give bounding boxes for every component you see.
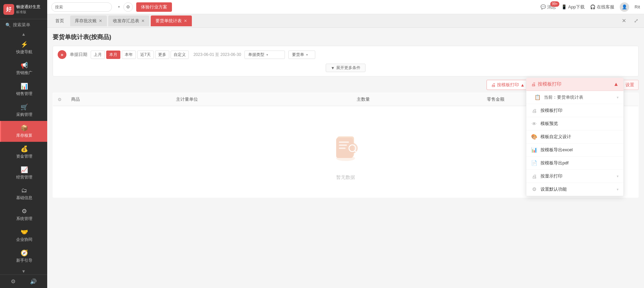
topbar-dropdown[interactable]: ▾ bbox=[115, 5, 120, 9]
template-preview-icon: 👁 bbox=[531, 121, 537, 127]
sidebar: 好 畅捷通好生意 标准版 🔍 搜索菜单 ▲ ⚡ 快捷导航 📢 营销推广 📊 销售… bbox=[0, 0, 47, 288]
online-service-btn[interactable]: 🎧 在线客服 bbox=[590, 4, 614, 10]
col-goods: 商品 bbox=[66, 93, 171, 106]
col-unit: 主计量单位 bbox=[171, 93, 352, 106]
footer-settings-icon[interactable]: ⚙ bbox=[11, 278, 16, 285]
finance-icon: 💰 bbox=[21, 145, 28, 153]
default-func-icon: ⚙ bbox=[531, 186, 537, 192]
sidebar-item-purchase[interactable]: 🛒 采购管理 bbox=[0, 100, 47, 121]
sidebar-item-base[interactable]: 🗂 基础信息 bbox=[0, 184, 47, 204]
sidebar-item-guide[interactable]: 🧭 新手引导 bbox=[0, 246, 47, 267]
dropdown-default-func[interactable]: ⚙ 设置默认功能 ▾ bbox=[526, 183, 623, 196]
filter-custom-btn[interactable]: 自定义 bbox=[171, 51, 189, 59]
sidebar-footer: ⚙ 🔊 bbox=[0, 275, 47, 288]
expand-more-btn[interactable]: ▼ 展开更多条件 bbox=[326, 64, 365, 72]
tabs-bar: 首页 库存批次账 ✕ 收发存汇总表 ✕ 要货单统计表 ✕ ✕ ⤢ bbox=[47, 14, 644, 28]
dropdown-arrow-icon: ▾ bbox=[118, 5, 120, 9]
svg-rect-4 bbox=[339, 145, 347, 146]
message-btn[interactable]: 💬 消息 99+ bbox=[540, 4, 556, 10]
sidebar-item-system[interactable]: ⚙ 系统管理 bbox=[0, 204, 47, 225]
filter-order-goods-select[interactable]: 要货单 ▾ bbox=[288, 51, 315, 59]
filter-7days-btn[interactable]: 近7天 bbox=[137, 51, 154, 59]
tabs-window-btns: ✕ ⤢ bbox=[619, 16, 641, 26]
topbar-gear-icon: ⚙ bbox=[126, 4, 130, 9]
window-close-btn[interactable]: ✕ bbox=[619, 16, 628, 26]
tab-order-stats[interactable]: 要货单统计表 ✕ bbox=[151, 15, 192, 26]
topbar-settings-btn[interactable]: ⚙ bbox=[123, 2, 133, 12]
sidebar-scroll-up[interactable]: ▲ bbox=[0, 31, 47, 37]
trial-btn[interactable]: 体验行业方案 bbox=[136, 2, 172, 12]
dropdown-template-custom[interactable]: 🎨 模板自定义设计 bbox=[526, 130, 623, 143]
tab-close-inventory-batch[interactable]: ✕ bbox=[99, 19, 102, 23]
tab-close-order-stats[interactable]: ✕ bbox=[184, 19, 187, 23]
page-content: 要货单统计表(按商品) » 单据日期 上月 本月 本年 近7天 更多 自定义 2… bbox=[47, 28, 644, 288]
window-expand-btn[interactable]: ⤢ bbox=[631, 16, 641, 26]
print-dropdown: 🖨 按模板打印 ▲ 📋 当前：要货单统计表 ▾ 🖨 按模板打印 👁 模板预览 🎨 bbox=[526, 77, 624, 196]
date-label: 单据日期 bbox=[70, 52, 87, 58]
template-excel-icon: 📊 bbox=[531, 147, 537, 153]
tab-home[interactable]: 首页 bbox=[51, 15, 69, 26]
sidebar-item-marketing[interactable]: 📢 营销推广 bbox=[0, 58, 47, 79]
footer-sound-icon[interactable]: 🔊 bbox=[30, 278, 37, 285]
sales-icon: 📊 bbox=[21, 83, 28, 90]
sidebar-item-quick-nav[interactable]: ⚡ 快捷导航 bbox=[0, 37, 47, 58]
app-logo-text: 畅捷通好生意 标准版 bbox=[16, 4, 40, 14]
col-quantity: 主数量 bbox=[352, 93, 482, 106]
filter-more-row: ▼ 展开更多条件 bbox=[58, 64, 634, 72]
filter-this-month-btn[interactable]: 本月 bbox=[106, 51, 120, 59]
quick-nav-icon: ⚡ bbox=[21, 41, 28, 48]
topbar: ▾ ⚙ 体验行业方案 💬 消息 99+ 📱 App下载 🎧 在线客服 👤 bbox=[47, 0, 644, 14]
app-download-btn[interactable]: 📱 App下载 bbox=[561, 4, 585, 10]
base-icon: 🗂 bbox=[21, 187, 27, 194]
print-template-btn[interactable]: 🖨 按模板打印 ▲ bbox=[487, 80, 529, 90]
user-avatar[interactable]: 👤 bbox=[620, 2, 629, 12]
tab-close-receipt-summary[interactable]: ✕ bbox=[141, 19, 145, 23]
filter-more-btn[interactable]: 更多 bbox=[155, 51, 169, 59]
empty-text: 暂无数据 bbox=[336, 174, 355, 181]
current-template-arrow: ▾ bbox=[617, 95, 619, 100]
sidebar-logo: 好 畅捷通好生意 标准版 bbox=[0, 0, 47, 19]
sidebar-item-sales[interactable]: 📊 销售管理 bbox=[0, 79, 47, 100]
dropdown-current-template[interactable]: 📋 当前：要货单统计表 ▾ bbox=[526, 91, 623, 104]
sidebar-scroll-down[interactable]: ▼ bbox=[0, 268, 47, 275]
search-icon: 🔍 bbox=[5, 23, 11, 28]
display-print-arrow: ▾ bbox=[617, 174, 619, 179]
dropdown-template-excel[interactable]: 📊 按模板导出excel bbox=[526, 143, 623, 157]
template-print-icon: 🖨 bbox=[531, 108, 537, 114]
filter-order-type-select[interactable]: 单据类型 ▾ bbox=[244, 51, 285, 59]
main-area: ▾ ⚙ 体验行业方案 💬 消息 99+ 📱 App下载 🎧 在线客服 👤 bbox=[47, 0, 644, 288]
dropdown-display-print[interactable]: 🖨 按显示打印 ▾ bbox=[526, 170, 623, 183]
filter-this-year-btn[interactable]: 本年 bbox=[122, 51, 136, 59]
sidebar-item-inventory[interactable]: 📦 库存核算 bbox=[0, 121, 47, 142]
tab-inventory-batch[interactable]: 库存批次账 ✕ bbox=[70, 15, 107, 26]
coop-icon: 🤝 bbox=[21, 228, 28, 236]
sidebar-nav: ⚡ 快捷导航 📢 营销推广 📊 销售管理 🛒 采购管理 📦 库存核算 💰 资金管… bbox=[0, 37, 47, 268]
sidebar-item-coop[interactable]: 🤝 企业协同 bbox=[0, 225, 47, 246]
display-print-icon: 🖨 bbox=[531, 173, 537, 179]
print-icon: 🖨 bbox=[491, 82, 496, 88]
dropdown-template-print[interactable]: 🖨 按模板打印 bbox=[526, 104, 623, 117]
filter-last-month-btn[interactable]: 上月 bbox=[91, 51, 105, 59]
filter-date-group: 上月 本月 本年 近7天 更多 自定义 bbox=[91, 51, 189, 59]
dropdown-template-pdf[interactable]: 📄 按模板导出pdf bbox=[526, 157, 623, 170]
tab-receipt-summary[interactable]: 收发存汇总表 ✕ bbox=[108, 15, 149, 26]
expand-more-icon: ▼ bbox=[331, 66, 335, 70]
filter-expand-btn[interactable]: » bbox=[58, 50, 66, 59]
topbar-search-input[interactable] bbox=[51, 2, 112, 12]
dropdown-template-preview[interactable]: 👁 模板预览 bbox=[526, 117, 623, 130]
table-settings-icon[interactable]: ⚙ bbox=[58, 97, 62, 102]
template-pdf-icon: 📄 bbox=[531, 160, 537, 166]
username-label: Rit bbox=[635, 4, 640, 9]
svg-rect-3 bbox=[339, 141, 349, 143]
col-settings: ⚙ bbox=[53, 93, 67, 106]
default-func-arrow: ▾ bbox=[617, 187, 619, 192]
filter-bar: » 单据日期 上月 本月 本年 近7天 更多 自定义 2023-06-01 至 … bbox=[53, 46, 639, 76]
sidebar-item-operation[interactable]: 📈 经营管理 bbox=[0, 163, 47, 184]
sidebar-item-finance[interactable]: 💰 资金管理 bbox=[0, 142, 47, 163]
dropdown-header: 🖨 按模板打印 ▲ bbox=[526, 78, 623, 91]
dropdown-close-btn[interactable]: ▲ bbox=[613, 81, 619, 87]
sidebar-search[interactable]: 🔍 搜索菜单 bbox=[0, 19, 47, 31]
page-title: 要货单统计表(按商品) bbox=[53, 33, 639, 41]
order-type-arrow-icon: ▾ bbox=[266, 53, 268, 57]
order-goods-arrow-icon: ▾ bbox=[306, 53, 308, 57]
